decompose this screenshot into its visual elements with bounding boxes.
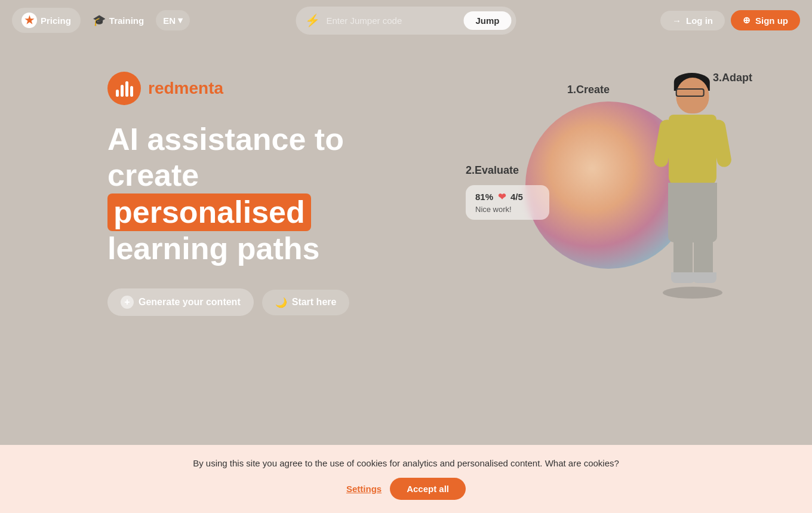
evaluate-label: 2.Evaluate bbox=[466, 164, 519, 177]
nav-left: ★ Pricing 🎓 Training EN ▾ bbox=[12, 8, 190, 33]
hero-section: redmenta AI assistance to create persona… bbox=[107, 72, 764, 429]
hero-highlight: personalised bbox=[107, 193, 311, 232]
char-pants bbox=[668, 183, 717, 242]
signup-button[interactable]: ⊕ Sign up bbox=[731, 10, 800, 30]
create-label: 1.Create bbox=[567, 84, 610, 96]
add-user-icon: ⊕ bbox=[743, 15, 751, 26]
training-nav-item[interactable]: 🎓 Training bbox=[83, 9, 153, 32]
bolt-icon: ⚡ bbox=[305, 13, 320, 27]
nav-right: → Log in ⊕ Sign up bbox=[660, 10, 800, 30]
start-here-button[interactable]: 🌙 Start here bbox=[262, 290, 350, 315]
chevron-down-icon: ▾ bbox=[178, 15, 183, 26]
logo-bars bbox=[116, 80, 133, 97]
cookie-settings-button[interactable]: Settings bbox=[346, 484, 382, 494]
char-shoe-left bbox=[671, 272, 695, 283]
cookie-banner: By using this site you agree to the use … bbox=[0, 445, 812, 513]
logo-bar-2 bbox=[121, 85, 124, 97]
login-button[interactable]: → Log in bbox=[660, 11, 725, 30]
logo-icon bbox=[107, 72, 141, 105]
jumper-input[interactable] bbox=[326, 16, 457, 26]
lang-label: EN bbox=[163, 16, 176, 26]
jumper-search-bar: ⚡ Jump bbox=[296, 7, 516, 35]
pricing-label: Pricing bbox=[41, 16, 71, 26]
training-icon: 🎓 bbox=[93, 14, 106, 27]
login-icon: → bbox=[672, 16, 681, 26]
hero-character bbox=[639, 78, 746, 299]
evaluate-stats: 81% ❤ 4/5 bbox=[475, 191, 540, 202]
logo-name: redmenta bbox=[148, 79, 223, 98]
heart-icon: ❤ bbox=[498, 191, 506, 202]
signup-label: Sign up bbox=[755, 16, 788, 26]
plus-icon: + bbox=[121, 296, 134, 309]
star-icon: ★ bbox=[21, 13, 37, 28]
char-head bbox=[676, 78, 709, 113]
cookie-accept-button[interactable]: Accept all bbox=[390, 478, 466, 500]
char-leg-left bbox=[673, 238, 693, 277]
char-body bbox=[669, 115, 716, 186]
logo-bar-3 bbox=[125, 81, 128, 97]
char-glasses bbox=[675, 88, 704, 97]
cookie-message: By using this site you agree to the use … bbox=[193, 458, 619, 468]
pricing-nav-item[interactable]: ★ Pricing bbox=[12, 8, 81, 33]
moon-icon: 🌙 bbox=[275, 297, 287, 308]
hero-title: AI assistance to create personalised lea… bbox=[107, 122, 418, 267]
jump-button[interactable]: Jump bbox=[463, 11, 511, 30]
evaluate-message: Nice work! bbox=[475, 205, 540, 214]
char-shadow bbox=[663, 287, 722, 299]
generate-content-button[interactable]: + Generate your content bbox=[107, 288, 254, 316]
score-stars: 4/5 bbox=[510, 192, 523, 202]
char-shoe-right bbox=[693, 272, 716, 283]
cookie-buttons: Settings Accept all bbox=[346, 478, 466, 500]
login-label: Log in bbox=[686, 16, 713, 26]
char-leg-right bbox=[694, 238, 713, 277]
training-label: Training bbox=[109, 16, 144, 26]
logo-bar-1 bbox=[116, 90, 119, 97]
score-percent: 81% bbox=[475, 192, 493, 202]
navbar: ★ Pricing 🎓 Training EN ▾ ⚡ Jump → Log i… bbox=[0, 0, 812, 41]
language-selector[interactable]: EN ▾ bbox=[156, 10, 190, 30]
logo-bar-4 bbox=[130, 86, 133, 97]
starthere-label: Start here bbox=[292, 297, 337, 308]
evaluate-card: 81% ❤ 4/5 Nice work! bbox=[466, 185, 549, 220]
cookie-text: By using this site you agree to the use … bbox=[193, 458, 619, 468]
hero-title-line1: AI assistance to create bbox=[107, 122, 418, 193]
hero-title-line2: learning paths bbox=[107, 231, 418, 267]
generate-label: Generate your content bbox=[139, 297, 241, 308]
hero-illustration: 1.Create 3.Adapt 2.Evaluate 81% ❤ 4/5 Ni… bbox=[466, 72, 764, 322]
